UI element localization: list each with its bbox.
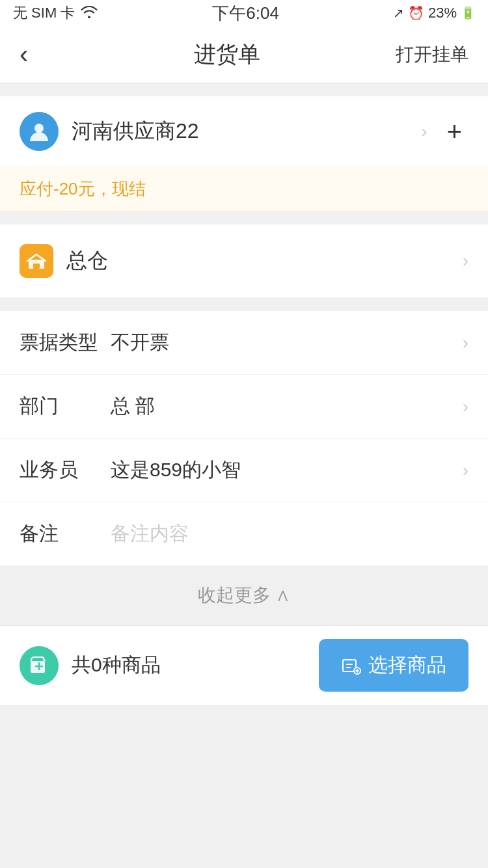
section-gap-1: [0, 83, 488, 96]
warehouse-chevron-icon: ›: [463, 251, 468, 271]
rest-area: [0, 705, 488, 868]
collapse-label: 收起更多 ∧: [198, 583, 291, 608]
supplier-name: 河南供应商22: [72, 117, 421, 146]
wifi-icon: [80, 4, 98, 22]
warehouse-icon: [20, 244, 53, 278]
back-button[interactable]: ‹: [20, 40, 59, 69]
svg-rect-2: [33, 264, 40, 269]
status-right: ↗ ⏰ 23% 🔋: [393, 5, 475, 21]
warehouse-name: 总仓: [66, 247, 463, 275]
warehouse-row[interactable]: 总仓 ›: [0, 224, 488, 298]
remark-row[interactable]: 备注 备注内容: [0, 502, 488, 566]
department-label: 部门: [20, 393, 111, 420]
remark-value[interactable]: 备注内容: [111, 521, 468, 547]
status-time: 下午6:04: [212, 2, 279, 25]
section-gap-3: [0, 298, 488, 311]
battery-icon: 🔋: [461, 6, 475, 20]
supplier-avatar: [20, 112, 59, 151]
salesperson-chevron-icon: ›: [463, 460, 468, 481]
alarm-icon: ⏰: [408, 5, 424, 21]
supplier-chevron-icon: ›: [421, 121, 427, 142]
product-cart-icon: [20, 646, 59, 685]
bottom-bar: 共0种商品 选择商品: [0, 625, 488, 705]
invoice-type-row[interactable]: 票据类型 不开票 ›: [0, 311, 488, 375]
battery-text: 23%: [428, 5, 457, 21]
page-title: 进货单: [194, 40, 260, 70]
section-gap-2: [0, 211, 488, 224]
department-row[interactable]: 部门 总 部 ›: [0, 375, 488, 439]
supplier-notice: 应付-20元，现结: [0, 167, 488, 211]
remark-label: 备注: [20, 521, 111, 547]
svg-point-0: [34, 124, 44, 133]
invoice-type-value: 不开票: [111, 329, 463, 356]
select-product-label: 选择商品: [368, 652, 446, 679]
salesperson-row[interactable]: 业务员 这是859的小智 ›: [0, 439, 488, 502]
department-chevron-icon: ›: [463, 396, 468, 417]
salesperson-label: 业务员: [20, 457, 111, 483]
product-count: 共0种商品: [72, 652, 319, 679]
collapse-button[interactable]: 收起更多 ∧: [0, 566, 488, 625]
add-supplier-button[interactable]: +: [441, 117, 468, 146]
supplier-section: 河南供应商22 › + 应付-20元，现结: [0, 96, 488, 211]
supplier-row[interactable]: 河南供应商22 › +: [0, 96, 488, 167]
open-pending-button[interactable]: 打开挂单: [396, 42, 468, 67]
form-section: 票据类型 不开票 › 部门 总 部 › 业务员 这是859的小智 › 备注 备注…: [0, 311, 488, 566]
select-product-button[interactable]: 选择商品: [319, 639, 468, 692]
department-value: 总 部: [111, 393, 463, 420]
status-carrier: 无 SIM 卡: [13, 3, 98, 23]
location-icon: ↗: [393, 5, 404, 21]
invoice-type-label: 票据类型: [20, 329, 111, 356]
invoice-type-chevron-icon: ›: [463, 332, 468, 353]
nav-bar: ‹ 进货单 打开挂单: [0, 26, 488, 83]
salesperson-value: 这是859的小智: [111, 457, 463, 483]
status-bar: 无 SIM 卡 下午6:04 ↗ ⏰ 23% 🔋: [0, 0, 488, 26]
